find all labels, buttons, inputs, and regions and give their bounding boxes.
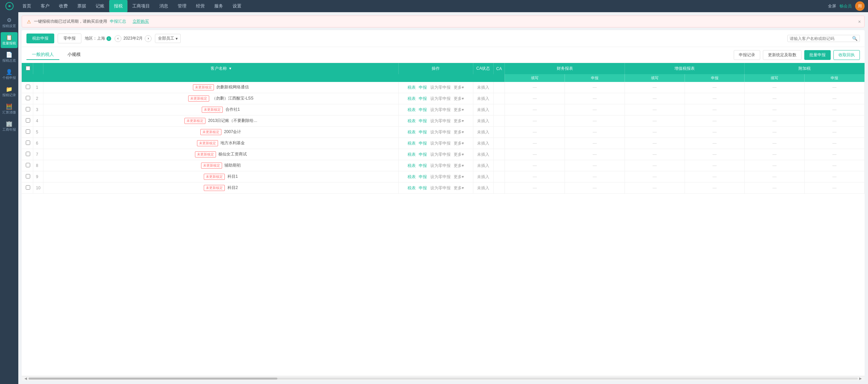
row-select-0[interactable] <box>26 85 30 89</box>
op-zero-7[interactable]: 设为零申报 <box>430 163 451 168</box>
horizontal-scrollbar[interactable]: ◀ ▶ <box>22 376 865 381</box>
region-info-icon[interactable]: i <box>106 36 111 41</box>
op-tax-7[interactable]: 税表 <box>408 163 416 168</box>
notice-link-summary[interactable]: 申报汇总 <box>110 19 126 24</box>
retrieve-btn[interactable]: 收取回执 <box>833 50 860 60</box>
op-declare-1[interactable]: 申报 <box>419 96 427 101</box>
row-checkbox-2[interactable] <box>22 104 33 115</box>
sidebar-item-annual-report[interactable]: 🏢 工商年报 <box>1 119 18 134</box>
nav-operation[interactable]: 经营 <box>191 0 210 12</box>
sidebar-item-annual-settlement[interactable]: 🧮 汇算清缴 <box>1 101 18 117</box>
row-select-8[interactable] <box>26 174 30 178</box>
op-more-0[interactable]: 更多▾ <box>454 85 464 90</box>
op-more-4[interactable]: 更多▾ <box>454 130 464 134</box>
declare-record-btn[interactable]: 申报记录 <box>734 50 760 60</box>
op-declare-3[interactable]: 申报 <box>419 119 427 123</box>
row-checkbox-7[interactable] <box>22 160 33 171</box>
avatar[interactable]: 用 <box>855 1 865 11</box>
select-all-checkbox[interactable] <box>26 66 30 70</box>
op-more-9[interactable]: 更多▾ <box>454 186 464 190</box>
row-select-6[interactable] <box>26 152 30 156</box>
op-declare-4[interactable]: 申报 <box>419 130 427 134</box>
sidebar-item-tax-overview[interactable]: 📄 报税总览 <box>1 49 18 65</box>
upgrade-btn[interactable]: 畅会员 <box>840 3 852 9</box>
row-select-5[interactable] <box>26 141 30 145</box>
op-zero-8[interactable]: 设为零申报 <box>430 174 451 179</box>
row-select-7[interactable] <box>26 163 30 167</box>
op-tax-8[interactable]: 税表 <box>408 174 416 179</box>
op-tax-3[interactable]: 税表 <box>408 119 416 123</box>
op-more-1[interactable]: 更多▾ <box>454 96 464 101</box>
op-more-6[interactable]: 更多▾ <box>454 152 464 157</box>
op-more-2[interactable]: 更多▾ <box>454 107 464 112</box>
scroll-track[interactable] <box>28 378 858 380</box>
nav-billing[interactable]: 收费 <box>54 0 73 12</box>
row-checkbox-9[interactable] <box>22 183 33 194</box>
row-checkbox-8[interactable] <box>22 171 33 183</box>
sort-icon[interactable]: ▾ <box>229 66 231 71</box>
op-zero-4[interactable]: 设为零申报 <box>430 130 451 134</box>
row-checkbox-0[interactable] <box>22 82 33 93</box>
tab-tax-declare[interactable]: 税款申报 <box>26 34 54 43</box>
notice-close-btn[interactable]: × <box>858 19 861 24</box>
op-tax-1[interactable]: 税表 <box>408 96 416 101</box>
nav-manage[interactable]: 管理 <box>173 0 191 12</box>
sidebar-item-batch-tax[interactable]: 📋 批量报税 <box>1 32 18 48</box>
nav-accounting[interactable]: 记账 <box>91 0 109 12</box>
nav-message[interactable]: 消息 <box>155 0 173 12</box>
op-more-7[interactable]: 更多▾ <box>454 163 464 168</box>
date-prev-btn[interactable]: ‹ <box>115 35 121 42</box>
op-more-8[interactable]: 更多▾ <box>454 174 464 179</box>
sidebar-item-tax-record[interactable]: 📁 报税记录 <box>1 84 18 100</box>
scroll-left-arrow[interactable]: ◀ <box>23 377 28 380</box>
op-tax-0[interactable]: 税表 <box>408 85 416 90</box>
op-tax-6[interactable]: 税表 <box>408 152 416 157</box>
row-select-1[interactable] <box>26 96 30 100</box>
op-tax-5[interactable]: 税表 <box>408 141 416 146</box>
nav-settings[interactable]: 设置 <box>228 0 246 12</box>
nav-tax[interactable]: 报税 <box>109 0 127 12</box>
op-declare-2[interactable]: 申报 <box>419 107 427 112</box>
nav-invoice[interactable]: 票据 <box>73 0 91 12</box>
op-tax-2[interactable]: 税表 <box>408 107 416 112</box>
subtab-small-scale[interactable]: 小规模 <box>62 50 86 60</box>
row-checkbox-4[interactable] <box>22 127 33 138</box>
row-select-4[interactable] <box>26 129 30 134</box>
row-select-3[interactable] <box>26 118 30 123</box>
op-declare-6[interactable]: 申报 <box>419 152 427 157</box>
tab-zero-declare[interactable]: 零申报 <box>58 34 81 43</box>
nav-service[interactable]: 服务 <box>210 0 228 12</box>
notice-link-buy[interactable]: 立即购买 <box>133 19 149 24</box>
scroll-right-arrow[interactable]: ▶ <box>858 377 863 380</box>
op-more-5[interactable]: 更多▾ <box>454 141 464 146</box>
op-declare-5[interactable]: 申报 <box>419 141 427 146</box>
op-zero-5[interactable]: 设为零申报 <box>430 141 451 146</box>
row-checkbox-3[interactable] <box>22 115 33 127</box>
subtab-general-tax[interactable]: 一般的税人 <box>26 50 59 60</box>
scroll-thumb[interactable] <box>28 378 277 380</box>
search-icon[interactable]: 🔍 <box>852 36 857 41</box>
op-zero-2[interactable]: 设为零申报 <box>430 107 451 112</box>
op-zero-3[interactable]: 设为零申报 <box>430 119 451 123</box>
op-tax-4[interactable]: 税表 <box>408 130 416 134</box>
batch-declare-btn[interactable]: 批量申报 <box>804 50 831 60</box>
op-declare-0[interactable]: 申报 <box>419 85 427 90</box>
nav-home[interactable]: 首页 <box>18 0 36 12</box>
op-zero-0[interactable]: 设为零申报 <box>430 85 451 90</box>
row-checkbox-1[interactable] <box>22 93 33 104</box>
nav-client[interactable]: 客户 <box>36 0 54 12</box>
nav-business[interactable]: 工商项目 <box>127 0 155 12</box>
row-select-9[interactable] <box>26 185 30 190</box>
row-select-2[interactable] <box>26 107 30 111</box>
row-checkbox-5[interactable] <box>22 138 33 149</box>
update-declaration-btn[interactable]: 更新统定及取数 <box>763 50 802 60</box>
op-tax-9[interactable]: 税表 <box>408 186 416 190</box>
sidebar-item-tax-settings[interactable]: ⚙ 报税设置 <box>1 15 18 31</box>
op-declare-8[interactable]: 申报 <box>419 174 427 179</box>
op-declare-9[interactable]: 申报 <box>419 186 427 190</box>
op-declare-7[interactable]: 申报 <box>419 163 427 168</box>
staff-selector[interactable]: 全部员工 ▾ <box>155 34 181 43</box>
op-more-3[interactable]: 更多▾ <box>454 119 464 123</box>
date-next-btn[interactable]: › <box>145 35 152 42</box>
sidebar-item-individual-tax[interactable]: 👤 个税申报 <box>1 67 18 83</box>
